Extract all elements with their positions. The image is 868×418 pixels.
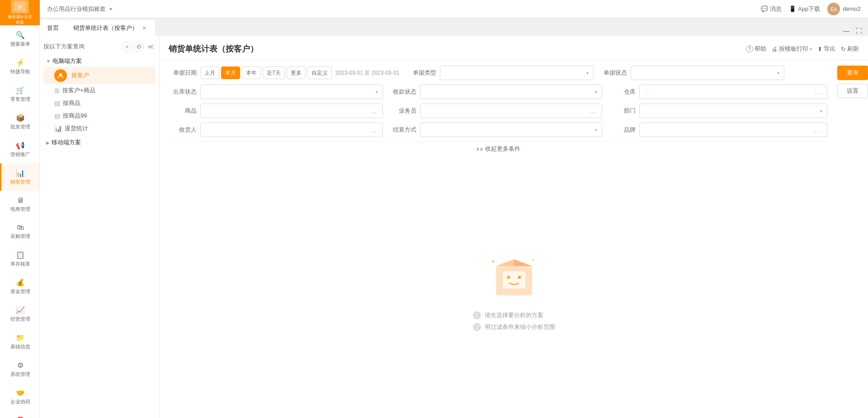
add-scheme-btn[interactable]: + xyxy=(122,42,132,52)
tab-minimize-btn[interactable]: — xyxy=(841,25,852,36)
doc-type-control[interactable]: ▾ xyxy=(440,66,594,80)
group-arrow-icon: ▼ xyxy=(46,59,51,64)
goods-col: 商品 … xyxy=(169,104,388,118)
topbar-right: 💬 消息 📱 App下载 Ea demo2 xyxy=(761,3,861,15)
collapse-bar[interactable]: ∧∧ 收起更多条件 xyxy=(169,142,827,156)
retail-icon: 🛒 xyxy=(16,86,25,95)
export-btn[interactable]: ⬆ 导出 xyxy=(817,45,835,53)
settlement-arrow-icon: ▾ xyxy=(595,128,597,133)
custom-btn[interactable]: 自定义 xyxy=(307,66,332,79)
goods-control[interactable]: … xyxy=(200,104,383,118)
department-col: 部门 ▾ xyxy=(608,104,827,118)
ship-status-control[interactable]: ▾ xyxy=(200,85,383,99)
search-icon: 🔍 xyxy=(16,31,25,39)
app-logo[interactable]: 好 畅捷通好生意 标版 xyxy=(0,0,40,25)
sidebar-item-sales[interactable]: 📊 销售管理 xyxy=(0,163,39,191)
svg-marker-4 xyxy=(496,259,514,266)
receipt-status-col: 收款状态 ▾ xyxy=(388,85,608,99)
tree-group-header-mobile[interactable]: ▶ 移动端方案 xyxy=(43,137,156,148)
scheme-panel-actions: + ⚙ ≪ xyxy=(122,42,156,52)
doc-status-control[interactable]: ▾ xyxy=(631,66,784,80)
sidebar-item-basic[interactable]: 📁 基础信息 xyxy=(0,328,39,356)
cooperation-icon: 🤝 xyxy=(16,389,25,397)
tab-close-icon[interactable]: ✕ xyxy=(141,24,148,32)
tree-item-label: 按客户 xyxy=(71,71,89,80)
finance-icon: 💰 xyxy=(16,278,25,287)
avatar: Ea xyxy=(827,3,840,15)
goods-dots-icon: … xyxy=(370,107,378,115)
last-7-btn[interactable]: 近7天 xyxy=(263,66,285,79)
svg-text:•: • xyxy=(534,272,536,276)
warehouse-col: 仓库 … … xyxy=(608,85,827,99)
salesperson-label: 业务员 xyxy=(388,107,420,115)
sidebar-item-finance[interactable]: 💰 资金管理 xyxy=(0,273,39,300)
system-icon: ⚙ xyxy=(17,361,24,370)
tree-item-by-goods[interactable]: ▤ 按商品 xyxy=(43,97,156,109)
svg-point-10 xyxy=(518,276,520,279)
message-btn[interactable]: 💬 消息 xyxy=(761,5,782,13)
sidebar-item-label: 资金管理 xyxy=(10,288,30,295)
doc-type-label: 单据类型 xyxy=(408,69,440,77)
app-name: 畅捷通好生意 xyxy=(8,14,32,19)
print-btn[interactable]: 🖨 按模板打印 ▾ xyxy=(772,45,812,53)
help-btn[interactable]: ? 帮助 xyxy=(746,45,766,53)
tip-num-2: 2 xyxy=(473,323,481,331)
tab-maximize-btn[interactable]: ⛶ xyxy=(854,25,864,36)
tree-item-by-goods-99[interactable]: ▤ 按商品99 xyxy=(43,109,156,122)
warehouse-control[interactable]: … … xyxy=(639,85,827,99)
tree-item-by-customer[interactable]: 按客户 xyxy=(43,67,156,84)
app-download-btn[interactable]: 📱 App下载 xyxy=(789,5,820,13)
sidebar-item-label: 经营管理 xyxy=(10,316,30,323)
sidebar-item-retail[interactable]: 🛒 零售管理 xyxy=(0,81,39,108)
sidebar-item-quick-nav[interactable]: ⚡ 快捷导航 xyxy=(0,53,39,81)
purchase-icon: 🛍 xyxy=(17,223,24,232)
last-month-btn[interactable]: 上月 xyxy=(200,66,219,79)
setting-btn[interactable]: 设置 xyxy=(837,84,868,98)
brand-control[interactable]: … xyxy=(639,123,827,137)
sidebar-item-purchase[interactable]: 🛍 采购管理 xyxy=(0,218,39,245)
topbar-dropdown[interactable]: ▾ xyxy=(109,6,112,12)
receipt-status-control[interactable]: ▾ xyxy=(420,85,603,99)
sidebar-item-operation[interactable]: 📈 经营管理 xyxy=(0,300,39,328)
user-profile[interactable]: Ea demo2 xyxy=(827,3,861,15)
sidebar-item-guide[interactable]: 🎯 新手引导 xyxy=(0,411,39,418)
sidebar-item-cooperation[interactable]: 🤝 企业协同 xyxy=(0,383,39,411)
refresh-btn[interactable]: ↻ 刷新 xyxy=(841,45,859,53)
page-actions: ? 帮助 🖨 按模板打印 ▾ ⬆ 导出 ↻ 刷新 xyxy=(746,45,859,53)
svg-rect-6 xyxy=(503,271,525,289)
sidebar-item-wholesale[interactable]: 📦 批发管理 xyxy=(0,108,39,136)
page-title: 销货单统计表（按客户） xyxy=(169,43,258,54)
svg-point-2 xyxy=(59,73,62,76)
inventory-icon: 📋 xyxy=(16,251,25,259)
group-arrow-mobile-icon: ▶ xyxy=(46,140,50,145)
list-icon: ▤ xyxy=(54,100,60,107)
sales-icon: 📊 xyxy=(16,169,25,177)
brand-col: 品牌 … xyxy=(608,123,827,137)
empty-illustration: ✦ ✦ • xyxy=(482,248,546,302)
tree-item-refund-stat[interactable]: 📊 退货统计 xyxy=(43,122,156,135)
sidebar-item-search[interactable]: 🔍 搜索菜单 xyxy=(0,25,39,53)
tree-group-header-desktop[interactable]: ▼ 电脑端方案 xyxy=(43,55,156,67)
salesperson-control[interactable]: … xyxy=(420,104,603,118)
tab-home[interactable]: 首页 xyxy=(40,20,66,36)
department-control[interactable]: ▾ xyxy=(639,104,827,118)
content-area: 按以下方案查询 + ⚙ ≪ ▼ 电脑端方案 xyxy=(40,36,868,418)
sidebar-item-ecommerce[interactable]: 🖥 电商管理 xyxy=(0,191,39,218)
sidebar-item-marketing[interactable]: 📢 营销推广 xyxy=(0,136,39,163)
query-btn[interactable]: 查询 xyxy=(837,66,868,80)
svg-marker-5 xyxy=(514,259,532,266)
topbar-left: 办公用品行业模拟账套 ▾ xyxy=(47,5,112,13)
recipient-col: 收货人 … xyxy=(169,123,388,137)
settings-scheme-btn[interactable]: ⚙ xyxy=(134,42,144,52)
this-year-btn[interactable]: 本年 xyxy=(242,66,261,79)
recipient-control[interactable]: … xyxy=(200,123,383,137)
svg-text:好: 好 xyxy=(18,5,22,10)
sidebar-item-system[interactable]: ⚙ 系统管理 xyxy=(0,356,39,383)
more-btn[interactable]: 更多 xyxy=(287,66,306,79)
this-month-btn[interactable]: 本月 xyxy=(221,66,240,79)
tab-sales-stat[interactable]: 销货单统计表（按客户） ✕ xyxy=(66,20,155,36)
collapse-scheme-btn[interactable]: ≪ xyxy=(146,42,156,52)
tree-item-by-customer-goods[interactable]: ⊞ 按客户+商品 xyxy=(43,84,156,97)
settlement-control[interactable]: ▾ xyxy=(420,123,603,137)
sidebar-item-inventory[interactable]: 📋 库存核算 xyxy=(0,245,39,273)
